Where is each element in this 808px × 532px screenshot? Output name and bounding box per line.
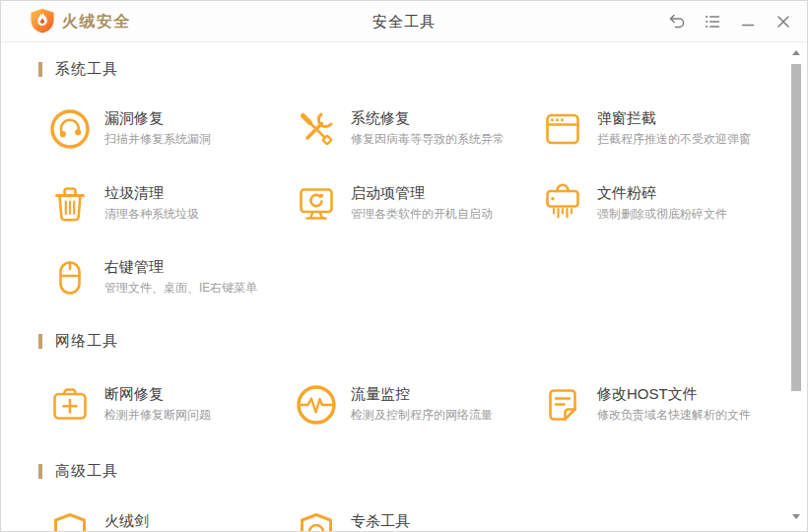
list-icon [703, 12, 722, 32]
tool-desc: 强制删除或彻底粉碎文件 [597, 206, 727, 223]
tool-item-popup-blocker[interactable]: 弹窗拦截 拦截程序推送的不受欢迎弹窗 [541, 107, 782, 151]
tool-desc: 拦截程序推送的不受欢迎弹窗 [597, 131, 751, 148]
tool-desc: 检测及控制程序的网络流量 [351, 407, 493, 424]
tool-item-trash-clean[interactable]: 垃圾清理 清理各种系统垃圾 [48, 182, 290, 226]
tool-title: 漏洞修复 [104, 109, 164, 128]
tool-desc: 管理各类软件的开机自启动 [351, 206, 493, 223]
tool-title: 专杀工具 [351, 512, 410, 531]
special-kill-icon [295, 510, 338, 532]
traffic-monitor-icon [295, 383, 338, 427]
tool-title: 弹窗拦截 [597, 109, 656, 128]
window-controls [659, 1, 801, 41]
section-title: 网络工具 [55, 332, 118, 351]
section-title: 高级工具 [55, 462, 118, 481]
minimize-button[interactable] [730, 1, 766, 41]
huorong-sword-icon [48, 510, 92, 532]
tool-title: 垃圾清理 [104, 184, 164, 203]
tool-title: 断网修复 [104, 385, 164, 404]
close-icon [774, 12, 793, 32]
tool-item-vulnerability-fix[interactable]: 漏洞修复 扫描并修复系统漏洞 [48, 107, 290, 151]
section-marker [38, 62, 42, 77]
tool-title: 文件粉碎 [597, 184, 656, 203]
tool-title: 启动项管理 [351, 184, 425, 203]
network-repair-icon [48, 383, 92, 427]
minimize-icon [738, 12, 758, 32]
scrollbar-up-arrow-icon[interactable] [792, 50, 800, 55]
section-marker [38, 334, 42, 349]
startup-manager-icon [295, 182, 338, 226]
section-header-network-tools: 网络工具 [38, 333, 118, 349]
tool-item-network-repair[interactable]: 断网修复 检测并修复断网问题 [48, 383, 290, 427]
right-click-menu-icon [48, 256, 92, 299]
tool-item-host-file[interactable]: 修改HOST文件 修改负责域名快速解析的文件 [541, 383, 782, 427]
tool-desc: 检测并修复断网问题 [104, 407, 211, 424]
back-button[interactable] [659, 1, 695, 41]
tool-item-file-shredder[interactable]: 文件粉碎 强制删除或彻底粉碎文件 [541, 182, 782, 226]
tool-desc: 管理文件、桌面、IE右键菜单 [104, 280, 257, 297]
menu-button[interactable] [695, 1, 730, 41]
file-shredder-icon [541, 182, 584, 226]
popup-blocker-icon [541, 107, 584, 151]
tool-item-huorong-sword[interactable]: 火绒剑 [48, 510, 290, 532]
section-title: 系统工具 [55, 60, 118, 79]
tool-item-startup-manager[interactable]: 启动项管理 管理各类软件的开机自启动 [295, 182, 536, 226]
tool-title: 修改HOST文件 [597, 385, 698, 404]
undo-icon [667, 12, 687, 32]
huorong-security-tools-window: 火绒安全 安全工具 [0, 0, 808, 532]
tool-title: 火绒剑 [104, 512, 149, 531]
tool-title: 系统修复 [351, 109, 410, 128]
tool-title: 右键管理 [104, 258, 164, 277]
system-repair-icon [295, 107, 338, 151]
scrollbar-down-arrow-icon[interactable] [792, 514, 800, 519]
tool-desc: 修改负责域名快速解析的文件 [597, 407, 751, 424]
section-header-system-tools: 系统工具 [38, 61, 118, 77]
vulnerability-fix-icon [48, 107, 92, 151]
tool-desc: 扫描并修复系统漏洞 [104, 131, 211, 148]
tool-item-system-repair[interactable]: 系统修复 修复因病毒等导致的系统异常 [295, 107, 536, 151]
section-marker [38, 464, 42, 479]
tool-desc: 清理各种系统垃圾 [104, 206, 199, 223]
trash-clean-icon [48, 182, 92, 226]
host-file-icon [541, 383, 584, 427]
scrollbar-thumb[interactable] [791, 64, 801, 391]
close-button[interactable] [766, 1, 801, 41]
section-header-advanced-tools: 高级工具 [38, 463, 118, 479]
title-bar: 火绒安全 安全工具 [1, 1, 807, 42]
tool-item-special-kill[interactable]: 专杀工具 [295, 510, 536, 532]
tool-item-traffic-monitor[interactable]: 流量监控 检测及控制程序的网络流量 [295, 383, 536, 427]
tool-title: 流量监控 [351, 385, 410, 404]
tool-item-right-click-menu[interactable]: 右键管理 管理文件、桌面、IE右键菜单 [48, 256, 290, 299]
tool-desc: 修复因病毒等导致的系统异常 [351, 131, 505, 148]
